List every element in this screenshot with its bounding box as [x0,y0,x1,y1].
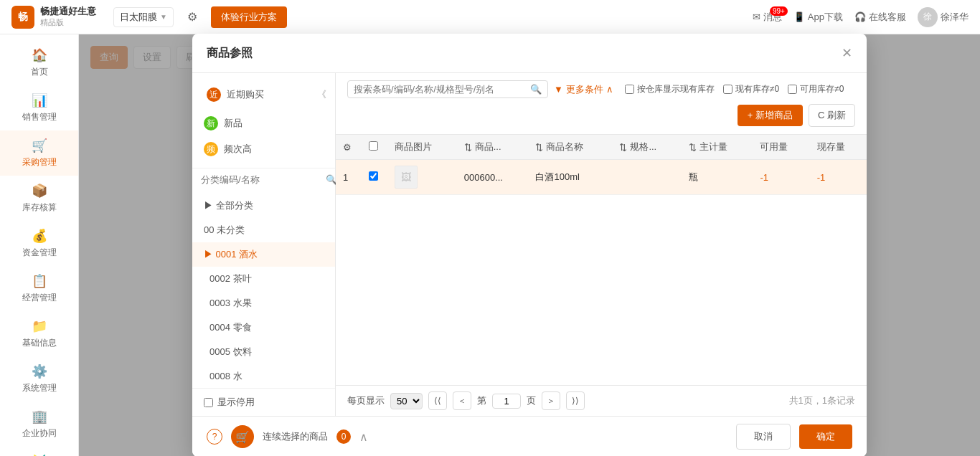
sales-icon: 📊 [32,92,47,108]
cancel-button[interactable]: 取消 [736,424,791,450]
finance-icon: 💰 [32,228,47,244]
table-header-row: ⚙ 商品图片 [336,135,867,160]
logo-icon: 畅 [11,6,34,29]
filter-options: 按仓库显示现有库存 现有库存≠0 可用库存≠0 [625,83,844,95]
category-search: 🔍 [192,168,335,191]
page-size-select[interactable]: 50 [390,393,423,409]
chevron-up-icon: ∧ [606,84,613,95]
sidebar-item-inventory[interactable]: 📦 库存核算 [0,176,78,221]
product-thumbnail: 🖼 [395,166,418,189]
quick-filters: 近 近期购买 《 新 新品 频 频次高 [192,73,335,168]
warehouse-checkbox[interactable] [625,85,634,94]
sidebar-item-enterprise[interactable]: 🏢 企业协同 [0,402,78,447]
modal-body: 近 近期购买 《 新 新品 频 频次高 [192,73,867,416]
sidebar-item-guide[interactable]: 🔰 新手引导 [0,447,78,456]
th-code[interactable]: ⇅ 商品... [457,135,529,160]
prev-page-button[interactable]: ＜ [453,391,471,410]
quick-filter-new[interactable]: 新 新品 [192,110,335,136]
available-stock-checkbox[interactable] [788,85,797,94]
product-search-input[interactable] [354,84,527,95]
search-icon[interactable]: 🔍 [530,84,542,95]
sidebar-item-sales[interactable]: 📊 销售管理 [0,85,78,130]
help-icon[interactable]: ? [207,429,222,445]
freq-icon: 频 [204,142,218,156]
page-input[interactable]: 1 [492,394,521,409]
collapse-left-button[interactable]: 《 [317,88,326,101]
row-checkbox[interactable] [369,171,378,181]
modal-title: 商品参照 [207,46,253,61]
sidebar-item-system[interactable]: ⚙️ 系统管理 [0,356,78,402]
category-fruit[interactable]: 0003 水果 [192,291,335,315]
td-unit: 瓶 [682,160,753,195]
sort-icon-name: ⇅ [535,142,543,153]
td-index: 1 [336,160,362,195]
sidebar-item-operation[interactable]: 📋 经营管理 [0,266,78,311]
category-water[interactable]: 0008 水 [192,364,335,388]
messages-button[interactable]: ✉ 消息 99+ [753,11,782,24]
sidebar-item-finance[interactable]: 💰 资金管理 [0,221,78,266]
trial-button[interactable]: 体验行业方案 [211,6,287,28]
column-settings-icon[interactable]: ⚙ [343,142,352,153]
show-disabled-checkbox[interactable] [204,398,213,407]
cart-icon[interactable]: 🛒 [231,425,254,448]
th-unit[interactable]: ⇅ 主计量 [682,135,753,160]
basic-icon: 📁 [32,318,47,334]
category-tea[interactable]: 0002 茶叶 [192,267,335,291]
th-available: 可用量 [753,135,809,160]
quick-filter-recent[interactable]: 近 近期购买 [195,82,317,108]
continuous-select-label: 连续选择的商品 [263,430,328,443]
product-table-wrap: ⚙ 商品图片 [336,135,867,385]
sidebar-item-basic[interactable]: 📁 基础信息 [0,311,78,356]
modal-close-button[interactable]: ✕ [842,45,852,61]
category-beverages[interactable]: 0005 饮料 [192,340,335,364]
home-icon: 🏠 [32,47,47,63]
th-checkbox[interactable] [362,135,387,160]
td-available: -1 [753,160,809,195]
page-label: 第 [477,394,486,407]
category-snacks[interactable]: 0004 零食 [192,315,335,340]
th-name[interactable]: ⇅ 商品名称 [528,135,612,160]
store-selector[interactable]: 日太阳膜 ▼ [113,7,174,27]
refresh-button[interactable]: C 刷新 [809,104,855,127]
collapse-action-icon[interactable]: ∧ [359,430,368,444]
th-settings[interactable]: ⚙ [336,135,362,160]
page-unit: 页 [527,394,536,407]
app-download-button[interactable]: 📱 App下载 [793,11,843,24]
user-menu[interactable]: 徐 徐泽华 [918,7,969,27]
sidebar-item-home[interactable]: 🏠 首页 [0,40,78,85]
next-page-button[interactable]: ＞ [542,391,560,410]
th-spec[interactable]: ⇅ 规格... [612,135,682,160]
mobile-icon: 📱 [793,11,805,22]
more-filters-button[interactable]: ▼ 更多条件 ∧ [554,83,613,96]
customer-service-button[interactable]: 🎧 在线客服 [854,11,906,24]
existing-stock-filter[interactable]: 现有库存≠0 [723,83,779,95]
category-uncategorized[interactable]: 00 未分类 [192,218,335,242]
table-row[interactable]: 1 🖼 [336,160,867,195]
td-checkbox[interactable] [362,160,387,195]
sidebar: 🏠 首页 📊 销售管理 🛒 采购管理 📦 库存核算 💰 资金管理 📋 经营管理 … [0,34,79,456]
confirm-button[interactable]: 确定 [799,424,852,449]
last-page-button[interactable]: ⟩⟩ [566,391,585,410]
category-all[interactable]: ▶ 全部分类 [192,194,335,218]
warehouse-filter[interactable]: 按仓库显示现有库存 [625,83,715,95]
sidebar-item-purchase[interactable]: 🛒 采购管理 [0,130,78,176]
sort-icon-spec: ⇅ [619,142,627,153]
td-spec [612,160,682,195]
message-badge: 99+ [770,6,788,16]
headphone-icon: 🎧 [854,11,866,22]
add-product-button[interactable]: + 新增商品 [738,105,803,126]
td-name: 白酒100ml [528,160,612,195]
td-code: 000600... [457,160,529,195]
existing-stock-checkbox[interactable] [723,85,732,94]
first-page-button[interactable]: ⟨⟨ [428,391,447,410]
available-stock-filter[interactable]: 可用库存≠0 [788,83,844,95]
modal-left-panel: 近 近期购买 《 新 新品 频 频次高 [192,73,336,416]
settings-icon[interactable]: ⚙ [182,7,202,27]
quick-filter-frequent[interactable]: 频 频次高 [192,136,335,162]
th-stock: 现存量 [810,135,867,160]
select-all-checkbox[interactable] [369,141,378,151]
pagination-bar: 每页显示 50 ⟨⟨ ＜ 第 1 页 ＞ ⟩⟩ 共1页，1条记录 [336,385,867,416]
category-search-input[interactable] [201,174,321,185]
category-liquor[interactable]: ▶ 0001 酒水 [192,242,335,267]
main-content: 查询 设置 刷新 商品参照 ✕ [79,34,980,456]
